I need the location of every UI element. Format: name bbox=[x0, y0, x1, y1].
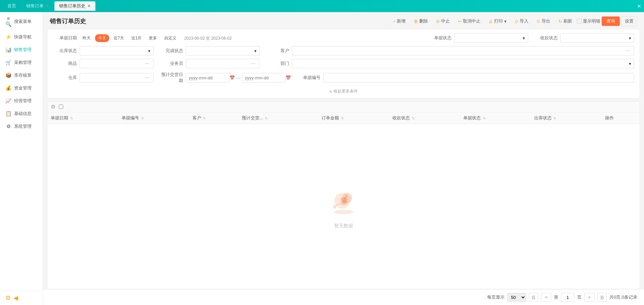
col-doc-number-sort[interactable]: ⇅ bbox=[141, 116, 144, 120]
filter-row-2: 出库状态 ▾ 完成状态 ▾ 客户 ··· bbox=[53, 46, 634, 55]
export-label: 导出 bbox=[542, 18, 550, 24]
col-doc-number[interactable]: 单据编号 ⇅ bbox=[118, 112, 189, 124]
tab-sales-order-history[interactable]: 销售订单历史 ✕ bbox=[54, 1, 95, 11]
calendar-start-icon[interactable]: 📅 bbox=[229, 75, 235, 80]
date-separator: — bbox=[236, 75, 241, 80]
date-btn-last1m[interactable]: 近1月 bbox=[128, 34, 145, 42]
sidebar-item-operations-mgmt-label: 经营管理 bbox=[14, 98, 32, 104]
col-payment-status-sort[interactable]: ⇅ bbox=[412, 116, 415, 120]
date-btn-yesterday[interactable]: 昨天 bbox=[80, 34, 94, 42]
refresh-button[interactable]: ↻ 刷新 bbox=[555, 16, 575, 26]
salesperson-select[interactable]: ··· bbox=[186, 59, 260, 68]
shipment-status-select[interactable]: ▾ bbox=[80, 46, 154, 55]
next-page-btn[interactable]: ＞ bbox=[584, 293, 595, 302]
new-button[interactable]: + 新增 bbox=[389, 16, 409, 26]
col-shipment-status-sort[interactable]: ⇅ bbox=[553, 116, 556, 120]
sidebar-collapse-btn[interactable]: ◀ bbox=[13, 294, 18, 302]
date-btn-custom[interactable]: 自定义 bbox=[161, 34, 179, 42]
col-doc-status-sort[interactable]: ⇅ bbox=[483, 116, 485, 120]
tab-sales-order-close[interactable]: ✕ bbox=[46, 4, 49, 8]
display-toggle-checkbox[interactable] bbox=[577, 19, 582, 24]
col-order-amount[interactable]: 订单金额 ⇅ bbox=[318, 112, 389, 124]
page-unit: 页 bbox=[577, 294, 582, 300]
refresh-icon: ↻ bbox=[558, 19, 562, 24]
main-layout: ≡🔍 搜索菜单 ⚡ 快捷导航 📊 销售管理 🛒 采购管理 📦 库存核算 💰 资金… bbox=[0, 12, 644, 305]
product-select[interactable]: ··· bbox=[80, 59, 154, 68]
sidebar-item-system-mgmt-label: 系统管理 bbox=[14, 123, 32, 129]
col-shipment-status[interactable]: 出库状态 ⇅ bbox=[531, 112, 602, 124]
page-input[interactable] bbox=[561, 293, 574, 302]
settings-button[interactable]: 设置 bbox=[621, 16, 637, 26]
date-btn-last7[interactable]: 近7天 bbox=[111, 34, 127, 42]
col-doc-date-sort[interactable]: ⇅ bbox=[70, 116, 73, 120]
window-close-btn[interactable]: ✕ bbox=[637, 3, 641, 9]
col-doc-date[interactable]: 单据日期 ⇅ bbox=[47, 112, 118, 124]
import-button[interactable]: ⊙ 导入 bbox=[511, 16, 532, 26]
completion-status-select[interactable]: ▾ bbox=[186, 46, 260, 55]
first-page-btn[interactable]: ⟨⟨ bbox=[529, 293, 538, 302]
delete-button[interactable]: 🗑 删除 bbox=[410, 16, 431, 26]
doc-number-input[interactable] bbox=[323, 73, 634, 82]
sidebar-item-basic-info[interactable]: 📋 基础信息 bbox=[0, 107, 43, 120]
product-ellipsis-btn[interactable]: ··· bbox=[143, 61, 151, 67]
stop-button[interactable]: ⊘ 中止 bbox=[433, 16, 453, 26]
salesperson-ellipsis-btn[interactable]: ··· bbox=[250, 61, 257, 67]
customer-select[interactable]: ··· bbox=[292, 46, 634, 55]
last-page-btn[interactable]: ⟩⟩ bbox=[597, 293, 607, 302]
tab-sales-order-history-close[interactable]: ✕ bbox=[87, 4, 91, 8]
col-expected-delivery-sort[interactable]: ⇅ bbox=[265, 116, 267, 120]
warehouse-ellipsis-btn[interactable]: ··· bbox=[143, 75, 151, 81]
top-bar: 首页 销售订单 ✕ 销售订单历史 ✕ ✕ bbox=[0, 0, 644, 12]
sidebar-item-purchase-mgmt-label: 采购管理 bbox=[14, 60, 32, 66]
table-area: ⚙ 单据日期 ⇅ 单据编号 ⇅ 客户 bbox=[47, 101, 640, 289]
chevron-up-icon: ∧ bbox=[329, 89, 332, 94]
query-button[interactable]: 查询 bbox=[602, 16, 620, 26]
expected-delivery-end[interactable] bbox=[242, 73, 286, 82]
sidebar-item-capital-mgmt[interactable]: 💰 资金管理 bbox=[0, 82, 43, 94]
cancel-stop-button[interactable]: ↩ 取消中止 bbox=[455, 16, 484, 26]
col-expected-delivery[interactable]: 预计交货... ⇅ bbox=[239, 112, 318, 124]
date-btn-more[interactable]: 更多 bbox=[146, 34, 160, 42]
col-order-amount-label: 订单金额 bbox=[321, 115, 339, 120]
doc-status-select[interactable]: ▾ bbox=[454, 33, 528, 43]
page-header: 销售订单历史 + 新增 🗑 删除 ⊘ 中止 ↩ 取消中止 bbox=[43, 12, 644, 29]
payment-status-select[interactable]: ▾ bbox=[560, 33, 634, 43]
expected-delivery-start[interactable] bbox=[186, 73, 229, 82]
sidebar-item-quick-nav[interactable]: ⚡ 快捷导航 bbox=[0, 31, 43, 43]
sidebar-item-system-mgmt[interactable]: ⚙ 系统管理 bbox=[0, 120, 43, 133]
col-payment-status[interactable]: 收款状态 ⇅ bbox=[389, 112, 460, 124]
col-customer[interactable]: 客户 ⇅ bbox=[189, 112, 239, 124]
print-button[interactable]: 🖨 打印 ▾ bbox=[485, 16, 510, 26]
col-order-amount-sort[interactable]: ⇅ bbox=[341, 116, 344, 120]
sidebar-item-sales-mgmt[interactable]: 📊 销售管理 bbox=[0, 43, 43, 56]
department-select[interactable]: ▾ bbox=[292, 59, 634, 68]
tab-home[interactable]: 首页 bbox=[3, 1, 21, 11]
top-bar-right: ✕ bbox=[637, 3, 641, 9]
date-quick-btns: 昨天 今天 近7天 近1月 更多 自定义 bbox=[80, 34, 179, 42]
calendar-end-icon[interactable]: 📅 bbox=[286, 75, 291, 80]
sidebar-item-operations-mgmt[interactable]: 📈 经营管理 bbox=[0, 94, 43, 107]
date-btn-today[interactable]: 今天 bbox=[95, 34, 109, 42]
display-toggle[interactable]: 显示明细 bbox=[577, 18, 600, 24]
sidebar-item-search-menu[interactable]: ≡🔍 搜索菜单 bbox=[0, 12, 43, 31]
select-all-checkbox[interactable] bbox=[59, 105, 63, 109]
col-customer-sort[interactable]: ⇅ bbox=[203, 116, 206, 120]
tab-home-label: 首页 bbox=[7, 3, 16, 9]
collapse-link[interactable]: ∧ 收起更多条件 bbox=[53, 87, 634, 94]
tab-sales-order[interactable]: 销售订单 ✕ bbox=[22, 1, 54, 11]
filter-row-3: 商品 ··· 业务员 ··· 部门 ▾ bbox=[53, 59, 634, 68]
sidebar-settings-btn[interactable]: ⚙ bbox=[5, 294, 11, 302]
col-doc-status[interactable]: 单据状态 ⇅ bbox=[460, 112, 531, 124]
payment-status-label: 收款状态 bbox=[533, 35, 560, 41]
warehouse-select[interactable]: ··· bbox=[80, 73, 154, 82]
export-button[interactable]: ⊙ 导出 bbox=[533, 16, 554, 26]
tab-sales-order-label: 销售订单 bbox=[26, 3, 44, 9]
sidebar-item-inventory-settle[interactable]: 📦 库存核算 bbox=[0, 69, 43, 82]
sidebar-item-purchase-mgmt[interactable]: 🛒 采购管理 bbox=[0, 56, 43, 69]
doc-status-label: 单据状态 bbox=[427, 35, 454, 41]
delete-label: 删除 bbox=[419, 18, 428, 24]
page-size-select[interactable]: 10 20 50 100 bbox=[507, 293, 526, 302]
table-settings-icon[interactable]: ⚙ bbox=[51, 104, 55, 110]
prev-page-btn[interactable]: ＜ bbox=[541, 293, 551, 302]
customer-ellipsis-btn[interactable]: ··· bbox=[624, 48, 631, 54]
